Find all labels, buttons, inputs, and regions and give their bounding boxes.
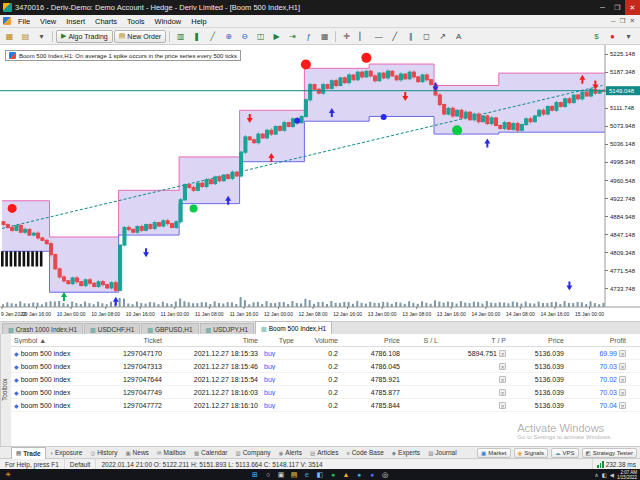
menu-help[interactable]: Help [186, 17, 211, 26]
menu-insert[interactable]: Insert [61, 17, 90, 26]
zoom-out-button[interactable]: ⊖ [237, 29, 252, 43]
zoom-in-button[interactable]: ⊕ [221, 29, 236, 43]
toolbox-tab-alerts[interactable]: ◉Alerts [275, 447, 306, 459]
signals-button[interactable]: ◉Signals [514, 448, 549, 458]
menu-view[interactable]: View [35, 17, 61, 26]
chart-tab-gbpusd-h1[interactable]: ▥GBPUSD,H1 [141, 323, 198, 334]
chart-shift-button[interactable]: ⇥ [285, 29, 300, 43]
price-chart[interactable]: 5225.1485187.3485149.5485111.7485073.948… [0, 45, 640, 321]
tile-windows-button[interactable]: ◫ [253, 29, 268, 43]
spotify-icon[interactable]: ● [328, 470, 338, 480]
crosshair-button[interactable]: ✛ [339, 29, 354, 43]
position-row[interactable]: ◆boom 500 index12970477722021.12.27 18:1… [11, 399, 640, 412]
equidistant-channel-button[interactable]: ∥ [403, 29, 418, 43]
browser-icon[interactable]: ◎ [380, 470, 390, 480]
chart-tab-crash-1000-index-h1[interactable]: ▥Crash 1000 Index,H1 [2, 323, 83, 334]
toolbox-tab-news[interactable]: ▣News [121, 447, 152, 459]
task-view-icon[interactable]: ▣ [276, 470, 286, 480]
toolbox-tab-exposure[interactable]: ◑Exposure [46, 447, 87, 459]
strategy-tester-button[interactable]: ◩Strategy Tester [582, 448, 637, 458]
position-row[interactable]: ◆boom 500 index12970473132021.12.27 18:1… [11, 360, 640, 373]
market-button[interactable]: ▣Market [477, 448, 511, 458]
toolbox-tab-history[interactable]: ◷History [86, 447, 121, 459]
close-position-button[interactable]: ✕ [619, 402, 626, 409]
search-icon[interactable]: ○ [263, 470, 273, 480]
chart-candles-button[interactable]: ❚ [189, 29, 204, 43]
chart-close-button[interactable]: ✕ [630, 17, 635, 25]
menu-file[interactable]: File [13, 17, 35, 26]
column-header-sl[interactable]: S / L [403, 337, 441, 344]
toolbox-tab-experts[interactable]: ◆Experts [388, 447, 424, 459]
shapes-button[interactable]: ◻ [419, 29, 434, 43]
chart-line-button[interactable]: ╱ [205, 29, 220, 43]
chart-tab-boom-500-index-h1[interactable]: ▥Boom 500 Index,H1 [255, 321, 332, 334]
new-chart-button[interactable]: ▦ [2, 29, 17, 43]
trend-line-button[interactable]: ╱ [387, 29, 402, 43]
file-explorer-icon[interactable]: ▤ [289, 470, 299, 480]
menu-charts[interactable]: Charts [90, 17, 122, 26]
remove-tp-button[interactable]: ✕ [499, 376, 506, 383]
taskbar-clock[interactable]: 2:07 AM1/15/2022 [617, 470, 637, 480]
toolbox-tab-trade[interactable]: ▤Trade [11, 447, 46, 459]
remove-tp-button[interactable]: ✕ [499, 350, 506, 357]
start-icon[interactable]: ⊞ [250, 470, 260, 480]
maximize-button[interactable]: ❐ [610, 0, 625, 15]
metatrader-icon[interactable]: ▲ [341, 470, 351, 480]
auto-scroll-button[interactable]: ▶ [269, 29, 284, 43]
minimize-button[interactable]: ─ [595, 0, 610, 15]
position-row[interactable]: ◆boom 500 index12970471702021.12.27 18:1… [11, 347, 640, 360]
close-button[interactable]: ✕ [625, 0, 640, 15]
profiles-button[interactable]: ▤ [18, 29, 33, 43]
chart-bars-button[interactable]: ▥ [173, 29, 188, 43]
tray-chevron-icon[interactable]: ∧ [595, 472, 599, 478]
column-header-time[interactable]: Time [165, 337, 261, 344]
toolbox-tab-articles[interactable]: ▤Articles [306, 447, 343, 459]
remove-tp-button[interactable]: ✕ [499, 389, 506, 396]
close-position-button[interactable]: ✕ [619, 350, 626, 357]
profiles-dropdown-button[interactable]: ▾ [34, 29, 49, 43]
store-icon[interactable]: ◧ [315, 470, 325, 480]
horizontal-line-button[interactable]: ― [371, 29, 386, 43]
column-header-type[interactable]: Type [261, 337, 297, 344]
toolbox-tab-mailbox[interactable]: ✉Mailbox [153, 447, 190, 459]
deposit-button[interactable]: $ [589, 29, 604, 43]
column-header-symbol[interactable]: Symbol ▲ [11, 337, 99, 344]
record-button[interactable]: ● [605, 29, 620, 43]
chart-restore-button[interactable]: ❐ [620, 17, 626, 25]
close-position-button[interactable]: ✕ [619, 376, 626, 383]
chart-tab-usdjpy-h1[interactable]: ▥USDJPY,H1 [200, 323, 255, 334]
weather-icon[interactable]: ☀ [3, 470, 13, 480]
column-header-volume[interactable]: Volume [297, 337, 341, 344]
toolbox-tab-code-base[interactable]: ≡Code Base [342, 447, 387, 459]
toolbox-tab-company[interactable]: ▥Company [231, 447, 274, 459]
status-profile[interactable]: Default [65, 459, 97, 470]
discord-icon[interactable]: ● [367, 470, 377, 480]
chart-tab-usdchf-h1[interactable]: ▥USDCHF,H1 [84, 323, 140, 334]
toolbox-vertical-tab[interactable]: Toolbox [0, 334, 11, 446]
remove-tp-button[interactable]: ✕ [499, 402, 506, 409]
volume-icon[interactable]: ◀ [610, 472, 614, 478]
menu-window[interactable]: Window [150, 17, 187, 26]
chart-minimize-button[interactable]: ─ [611, 17, 616, 25]
column-header-price[interactable]: Price [509, 337, 567, 344]
text-tool-button[interactable]: A [451, 29, 466, 43]
remove-tp-button[interactable]: ✕ [499, 363, 506, 370]
edge-icon[interactable]: e [302, 470, 312, 480]
position-row[interactable]: ◆boom 500 index12970476442021.12.27 18:1… [11, 373, 640, 386]
telegram-icon[interactable]: ● [354, 470, 364, 480]
arrows-tool-button[interactable]: ↗ [435, 29, 450, 43]
network-icon[interactable]: ◧ [602, 472, 607, 478]
toolbar-more-button[interactable]: ▾ [621, 29, 636, 43]
timeframes-button[interactable]: ▦ [317, 29, 332, 43]
menu-tools[interactable]: Tools [122, 17, 150, 26]
toolbox-tab-calendar[interactable]: ▦Calendar [190, 447, 232, 459]
status-connection[interactable]: 232.38 ms [593, 461, 640, 468]
new-order-button[interactable]: ▤New Order [114, 30, 166, 43]
column-header-price[interactable]: Price [341, 337, 403, 344]
vertical-line-button[interactable]: ▏ [355, 29, 370, 43]
close-position-button[interactable]: ✕ [619, 363, 626, 370]
column-header-ticket[interactable]: Ticket [99, 337, 165, 344]
vps-button[interactable]: ☁VPS [551, 448, 579, 458]
algo-trading-button[interactable]: ▶Algo Trading [56, 30, 113, 43]
column-header-tp[interactable]: T / P [441, 337, 509, 344]
